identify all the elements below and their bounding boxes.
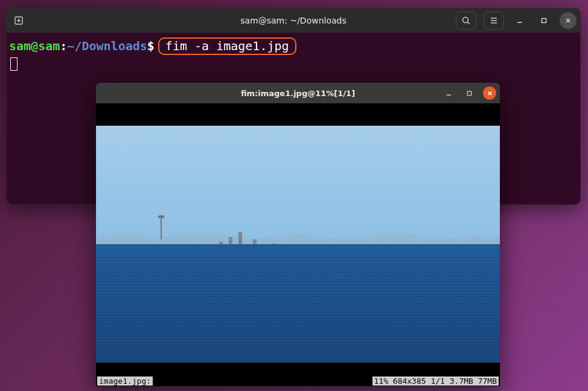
fim-title: fim:image1.jpg@11%[1/1] (241, 89, 355, 98)
photo-sky (96, 126, 500, 244)
minimize-icon (516, 17, 523, 24)
command-highlight: fim -a image1.jpg (158, 37, 296, 55)
svg-rect-9 (542, 19, 546, 23)
photo-water (96, 244, 500, 363)
titlebar-left (10, 11, 28, 30)
fim-letterbox-bottom (96, 363, 500, 375)
fim-statusbar: image1.jpg: 11% 684x385 1/1 3.7MB 77MB (96, 375, 500, 386)
terminal-body[interactable]: sam@sam:~/Downloads$ fim -a image1.jpg (7, 33, 580, 79)
maximize-icon (466, 90, 473, 97)
hamburger-icon (489, 16, 499, 25)
svg-line-4 (468, 22, 470, 25)
fim-status-filename: image1.jpg: (97, 376, 153, 386)
prompt-colon: : (60, 39, 67, 54)
close-icon (487, 90, 493, 97)
minimize-icon (446, 90, 452, 97)
minimize-button[interactable] (511, 12, 528, 29)
svg-point-3 (463, 18, 468, 23)
fim-window-controls (442, 86, 496, 100)
svg-rect-13 (467, 91, 471, 95)
titlebar-right (456, 11, 577, 30)
fim-minimize-button[interactable] (442, 86, 455, 100)
prompt-user-host: sam@sam (9, 39, 60, 54)
search-icon (461, 16, 471, 25)
terminal-cursor (10, 57, 18, 71)
terminal-titlebar: sam@sam: ~/Downloads (7, 8, 580, 33)
search-button[interactable] (456, 11, 476, 30)
fim-maximize-button[interactable] (462, 86, 476, 100)
prompt-path: ~/Downloads (67, 39, 147, 54)
close-icon (564, 17, 572, 24)
fim-status-info: 11% 684x385 1/1 3.7MB 77MB (372, 376, 499, 386)
maximize-icon (540, 17, 548, 24)
fim-image-area[interactable] (96, 103, 500, 375)
fim-letterbox-top (96, 103, 500, 126)
maximize-button[interactable] (535, 12, 552, 29)
fim-close-button[interactable] (483, 86, 496, 100)
new-tab-icon (14, 15, 25, 26)
fim-titlebar: fim:image1.jpg@11%[1/1] (96, 83, 500, 103)
fim-photo (96, 126, 500, 363)
prompt-line: sam@sam:~/Downloads$ fim -a image1.jpg (9, 37, 578, 55)
terminal-title: sam@sam: ~/Downloads (240, 16, 347, 25)
close-button[interactable] (560, 12, 577, 29)
new-tab-button[interactable] (10, 11, 28, 30)
prompt-symbol: $ (147, 39, 155, 54)
hamburger-menu-button[interactable] (484, 11, 504, 30)
fim-window: fim:image1.jpg@11%[1/1] (96, 83, 500, 386)
